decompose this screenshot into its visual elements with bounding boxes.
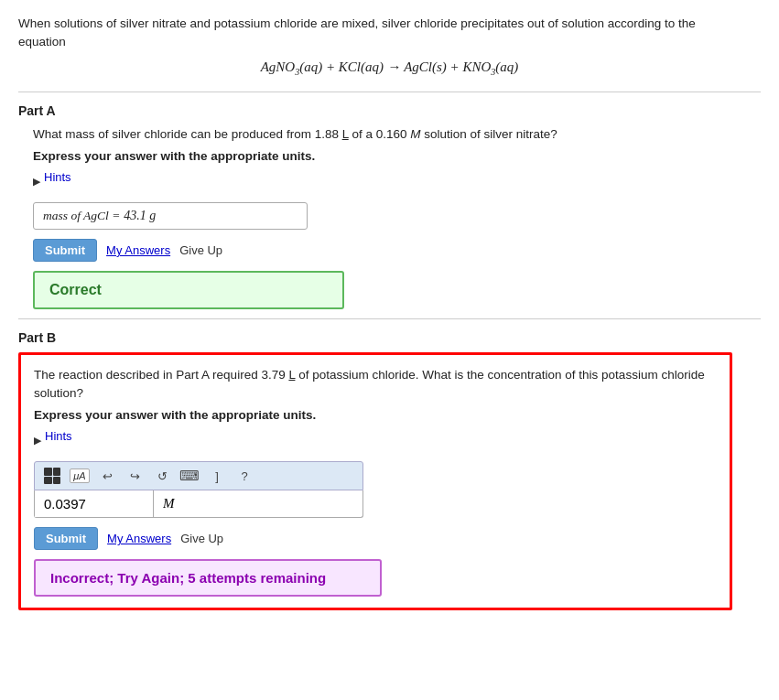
chemical-equation: AgNO3(aq) + KCl(aq) → AgCl(s) + KNO3(aq): [18, 59, 761, 77]
part-b-express: Express your answer with the appropriate…: [34, 408, 717, 422]
part-a-section: Part A What mass of silver chloride can …: [18, 103, 761, 309]
redo-icon[interactable]: ↪: [124, 466, 145, 486]
part-a-answer-box: mass of AgCl = 43.1 g: [33, 202, 308, 230]
part-b-buttons: Submit My Answers Give Up: [34, 527, 717, 550]
divider-top: [18, 92, 761, 92]
refresh-icon[interactable]: ↺: [152, 466, 172, 486]
mu-a-icon[interactable]: μA: [70, 466, 90, 486]
part-b-hints-row: ▶ Hints: [34, 429, 717, 452]
grid-icon[interactable]: [42, 466, 62, 486]
part-b-hints-link[interactable]: Hints: [45, 429, 72, 443]
part-b-box: The reaction described in Part A require…: [18, 352, 732, 611]
part-b-section: Part B The reaction described in Part A …: [18, 330, 761, 611]
math-toolbar: μA ↩ ↪ ↺ ⌨ ] ?: [34, 461, 363, 490]
part-b-answer-row: [34, 490, 363, 518]
part-a-content: What mass of silver chloride can be prod…: [33, 125, 761, 309]
part-a-question: What mass of silver chloride can be prod…: [33, 125, 710, 144]
part-a-result-text: Correct: [49, 282, 102, 297]
part-b-number-input[interactable]: [35, 490, 154, 517]
help-icon[interactable]: ?: [234, 466, 254, 486]
part-a-input-label: mass of AgCl =: [43, 209, 120, 223]
part-a-submit-button[interactable]: Submit: [33, 239, 97, 262]
part-b-submit-button[interactable]: Submit: [34, 527, 98, 550]
part-a-hints-link[interactable]: Hints: [44, 170, 71, 184]
part-b-unit-input[interactable]: [154, 490, 245, 517]
part-b-header: Part B: [18, 330, 761, 345]
part-b-give-up-link[interactable]: Give Up: [180, 532, 223, 545]
keyboard-icon[interactable]: ⌨: [179, 466, 200, 486]
part-a-correct-banner: Correct: [33, 271, 344, 309]
part-a-give-up-link[interactable]: Give Up: [179, 243, 222, 257]
bracket-icon[interactable]: ]: [207, 466, 227, 486]
hints-arrow-icon: ▶: [33, 176, 40, 188]
part-b-question: The reaction described in Part A require…: [34, 366, 711, 404]
part-b-my-answers-link[interactable]: My Answers: [107, 532, 171, 545]
part-b-hints-arrow-icon: ▶: [34, 435, 41, 447]
intro-text: When solutions of silver nitrate and pot…: [18, 15, 732, 52]
undo-icon[interactable]: ↩: [97, 466, 117, 486]
part-a-input-value: 43.1 g: [124, 209, 156, 223]
part-b-incorrect-banner: Incorrect; Try Again; 5 attempts remaini…: [34, 559, 382, 597]
divider-middle: [18, 318, 761, 319]
part-a-my-answers-link[interactable]: My Answers: [106, 243, 170, 257]
part-a-express: Express your answer with the appropriate…: [33, 149, 761, 163]
part-a-hints-row: ▶ Hints: [33, 170, 761, 193]
part-a-header: Part A: [18, 103, 761, 118]
part-a-buttons: Submit My Answers Give Up: [33, 239, 761, 262]
part-b-result-text: Incorrect; Try Again; 5 attempts remaini…: [50, 570, 326, 586]
